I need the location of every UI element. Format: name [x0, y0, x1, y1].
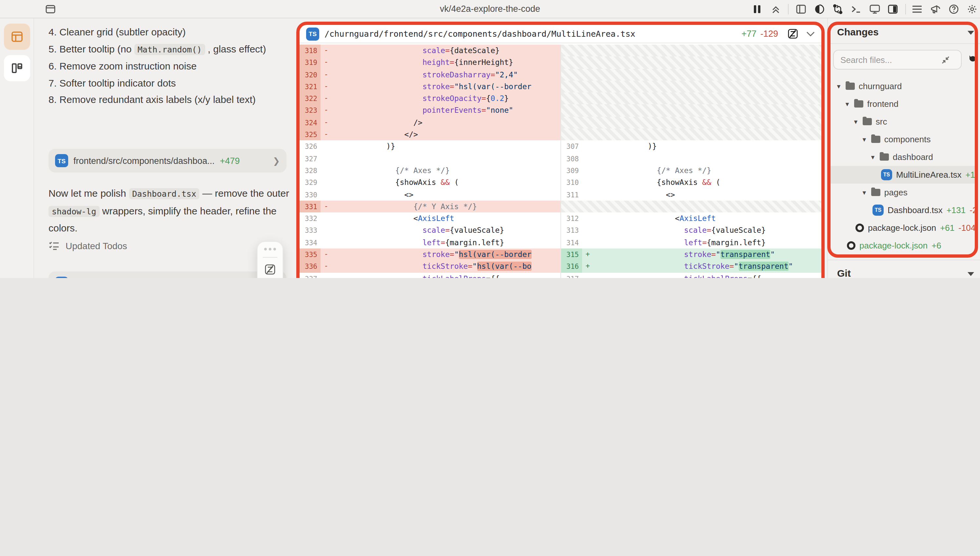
code-line: {/* Y Axis */}: [332, 200, 560, 213]
additions-count: +6: [932, 241, 941, 251]
megaphone-icon[interactable]: [930, 3, 941, 15]
theme-contrast-icon[interactable]: [814, 3, 825, 15]
line-number: 332: [300, 212, 321, 225]
additions-count: +131: [946, 205, 966, 215]
list-item: 6. Remove zoom instruction noise: [48, 58, 291, 74]
changes-header[interactable]: Changes: [837, 26, 879, 37]
expand-triangle-icon[interactable]: ▼: [844, 101, 850, 107]
tree-folder-src[interactable]: ▼src: [828, 113, 977, 131]
tree-file-Dashboard.tsx[interactable]: TSDashboard.tsx+131-233: [828, 201, 977, 219]
diff-mode-icon[interactable]: [787, 28, 798, 39]
line-number: 326: [300, 141, 321, 153]
diff-row: 337 tickLabelProps={{317 tickLabelProps=…: [300, 272, 821, 278]
code-line: )}: [593, 141, 821, 153]
line-number: 333: [300, 225, 321, 237]
help-icon[interactable]: [948, 3, 960, 15]
todo-update-row[interactable]: Updated Todos: [48, 241, 127, 251]
line-number: 318: [300, 45, 321, 57]
section-collapse-icon[interactable]: [967, 272, 975, 277]
tree-folder-components[interactable]: ▼components: [828, 131, 977, 148]
code-line: stroke="hsl(var(--border: [332, 81, 560, 93]
cat-icon[interactable]: [967, 54, 979, 65]
line-number: 313: [561, 225, 582, 237]
collapse-tree-icon[interactable]: [941, 55, 950, 64]
file-chip-dashboard-1[interactable]: TS frontend/src/pages/Dashboar... +130 -…: [48, 272, 286, 278]
code-line: stroke="transparent": [593, 249, 821, 260]
typescript-file-icon: TS: [872, 205, 884, 216]
rail-layout-button[interactable]: [4, 24, 30, 50]
line-number: 336: [300, 260, 321, 273]
code-line: />: [332, 117, 560, 129]
tree-file-package-lock.json[interactable]: package-lock.json+61-104: [828, 219, 977, 237]
expand-triangle-icon[interactable]: ▼: [861, 189, 867, 196]
diff-row: 330 <>311 <>: [300, 189, 821, 200]
right-panel: Changes ▼churnguard▼frontend▼src▼compone…: [827, 18, 980, 278]
terminal-icon[interactable]: [850, 3, 862, 15]
monitor-icon[interactable]: [869, 3, 880, 15]
drag-handle-icon[interactable]: [263, 247, 277, 251]
folder-icon: [846, 82, 855, 90]
todo-label: Updated Todos: [66, 241, 127, 251]
line-number: 314: [561, 237, 582, 249]
tree-item-label: pages: [884, 187, 907, 197]
code-line: [332, 152, 560, 165]
diff-row: 336- tickStroke="hsl(var(--bo316+ tickSt…: [300, 260, 821, 273]
expand-triangle-icon[interactable]: ▼: [836, 83, 842, 89]
panel-left-icon[interactable]: [795, 3, 807, 15]
rail-kanban-button[interactable]: [4, 55, 30, 81]
tree-file-MultiLineArea.tsx[interactable]: TSMultiLineArea.tsx+110-162: [828, 166, 977, 184]
folder-icon: [880, 154, 889, 161]
line-number: 337: [300, 272, 321, 278]
diff-additions: +77: [741, 29, 756, 39]
tree-folder-churnguard[interactable]: ▼churnguard: [828, 78, 977, 95]
diff-row: 325- </>: [300, 129, 821, 141]
tree-folder-frontend[interactable]: ▼frontend: [828, 95, 977, 113]
code-line: tickStroke="transparent": [593, 260, 821, 273]
code-line: stroke="hsl(var(--border: [332, 249, 560, 260]
settings-gear-icon[interactable]: [966, 3, 978, 15]
code-line: left={margin.left}: [593, 237, 821, 249]
code-line: <>: [593, 189, 821, 200]
expand-triangle-icon[interactable]: ▼: [870, 154, 876, 160]
line-number: 334: [300, 237, 321, 249]
code-line: pointerEvents="none": [332, 105, 560, 117]
expand-triangle-icon[interactable]: ▼: [853, 118, 859, 125]
code-line: <AxisLeft: [332, 212, 560, 225]
collapse-chevron-icon[interactable]: [806, 31, 815, 36]
diff-row: 319- height={innerHeight}: [300, 57, 821, 69]
line-number: 331: [300, 200, 321, 213]
diff-view-icon[interactable]: [264, 263, 276, 275]
file-chip-multilinearea[interactable]: TS frontend/src/components/dashboa... +4…: [48, 149, 286, 173]
tree-item-label: Dashboard.tsx: [888, 205, 943, 215]
line-number: 319: [300, 57, 321, 69]
pause-icon[interactable]: [751, 3, 763, 15]
typescript-file-icon: TS: [881, 169, 892, 180]
chevrons-up-icon[interactable]: [770, 3, 781, 15]
inline-code: shadow-lg: [48, 205, 99, 217]
tree-item-label: src: [876, 117, 887, 126]
diff-row: 323- pointerEvents="none": [300, 105, 821, 117]
checklist-icon: [48, 241, 60, 251]
assistant-list-message: 4. Cleaner grid (subtler opacity)5. Bett…: [48, 24, 291, 108]
diff-row: 333 scale={valueScale}313 scale={valueSc…: [300, 225, 821, 237]
expand-triangle-icon[interactable]: ▼: [861, 136, 867, 142]
tree-folder-pages[interactable]: ▼pages: [828, 184, 977, 201]
menu-icon[interactable]: [911, 3, 923, 15]
section-collapse-icon[interactable]: [967, 30, 975, 36]
code-line: tickStroke="hsl(var(--bo: [332, 260, 560, 273]
tree-file-package-lock.json[interactable]: package-lock.json+6: [828, 237, 977, 254]
code-line: {showAxis && (: [332, 177, 560, 189]
tree-folder-dashboard[interactable]: ▼dashboard: [828, 148, 977, 166]
search-files-input[interactable]: [839, 54, 937, 65]
git-compare-icon[interactable]: [832, 3, 844, 15]
diff-row: 332 <AxisLeft312 <AxisLeft: [300, 212, 821, 225]
tree-item-label: package-lock.json: [868, 223, 936, 233]
line-number: 310: [561, 177, 582, 189]
code-line: </>: [332, 129, 560, 141]
typescript-file-icon: TS: [55, 154, 68, 167]
diff-deletions: -129: [760, 29, 778, 39]
git-header[interactable]: Git: [837, 268, 851, 278]
panel-right-icon[interactable]: [887, 3, 899, 15]
folder-icon: [871, 189, 880, 196]
search-files-box[interactable]: [833, 50, 962, 70]
